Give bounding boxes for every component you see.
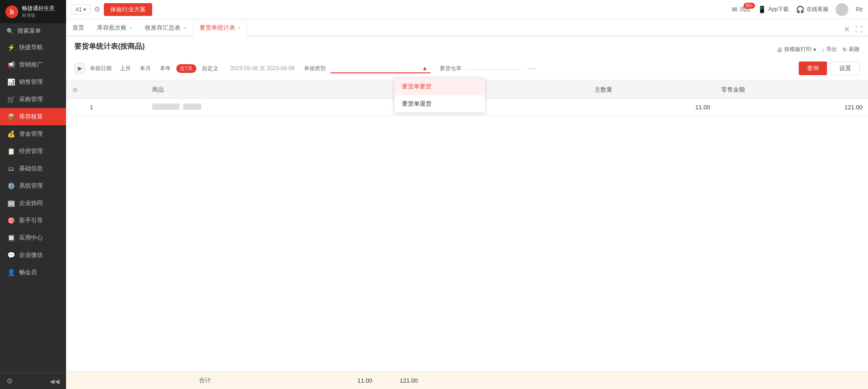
th-row-num [84, 81, 147, 99]
workspace-label: 41 [76, 6, 82, 13]
dropdown-option-yuhuo-tuihuo[interactable]: 要货单退货 [395, 95, 485, 113]
date-btn-current[interactable]: 本月 [136, 63, 154, 74]
workspace-dropdown[interactable]: 41 ▾ [72, 5, 90, 15]
topbar-gear-icon[interactable]: ⚙ [94, 5, 100, 14]
sidebar-item-marketing[interactable]: 📢 营销推广 [0, 56, 66, 73]
setting-button[interactable]: 设置 [831, 61, 860, 75]
main-area: 41 ▾ ⚙ 体验行业方案 ✉ 消息 99+ 📱 App下载 🎧 在线客服 [66, 0, 868, 389]
warehouse-label: 要货仓库 [440, 65, 462, 72]
th-settings: ⚙ [66, 81, 84, 99]
tab-order-summary-close[interactable]: × [238, 25, 241, 31]
date-btn-7days[interactable]: 近7天 [176, 64, 196, 73]
type-label: 单据类型 [304, 65, 326, 72]
purchase-icon: 🛒 [6, 96, 15, 103]
sidebar-item-enterprise[interactable]: 🏢 企业协同 [0, 194, 66, 212]
sidebar-item-finance[interactable]: 💰 资金管理 [0, 125, 66, 143]
query-button[interactable]: 查询 [799, 61, 827, 75]
sidebar-item-wechat[interactable]: 💬 企业微信 [0, 246, 66, 264]
type-dropdown-popup: 要货单要货 要货单退货 [394, 77, 485, 113]
export-icon: ↓ [822, 46, 824, 53]
sidebar-item-basic[interactable]: 🗂 基础信息 [0, 160, 66, 177]
data-table-wrapper: ⚙ 商品 主计量单位 主数量 零售金额 1 块 [66, 81, 868, 371]
message-icon: ✉ [732, 5, 738, 14]
warehouse-select[interactable] [466, 67, 521, 70]
table-footer: 合计 11.00 121.00 [66, 371, 868, 389]
tab-inventory-batch-close[interactable]: × [129, 25, 132, 31]
username-label[interactable]: Rit [856, 6, 863, 13]
tab-home-label: 首页 [72, 24, 84, 32]
filter-expand-btn[interactable]: ▶ [74, 63, 85, 74]
sidebar-item-label: 应用中心 [19, 234, 43, 242]
refresh-btn[interactable]: ↻ 刷新 [842, 46, 860, 53]
footer-quantity: 11.00 [336, 377, 372, 384]
online-service-btn[interactable]: 🎧 在线客服 [796, 5, 828, 14]
footer-label: 合计 [199, 376, 299, 384]
sidebar-item-member[interactable]: 👤 畅会员 [0, 264, 66, 281]
tab-home[interactable]: 首页 [66, 20, 91, 36]
tab-sales-summary-close[interactable]: × [183, 25, 186, 31]
sidebar-item-label: 采购管理 [19, 95, 43, 103]
tab-sales-summary-label: 收发存汇总表 [145, 24, 180, 32]
td-amount: 121.00 [716, 99, 868, 116]
th-goods: 商品 [147, 81, 411, 99]
topbar-right: ✉ 消息 99+ 📱 App下载 🎧 在线客服 Rit [732, 3, 863, 16]
sidebar-item-label: 企业微信 [19, 251, 43, 259]
col-settings-icon[interactable]: ⚙ [72, 87, 78, 93]
type-input[interactable] [333, 65, 422, 72]
sidebar-item-label: 基础信息 [19, 164, 43, 173]
tab-order-summary[interactable]: 要货单统计表 × [193, 20, 247, 36]
print-chevron-icon: ▾ [813, 46, 816, 53]
export-btn[interactable]: ↓ 导出 [822, 46, 837, 53]
close-all-tabs-icon[interactable]: ✕ [842, 23, 852, 36]
type-select-wrap[interactable]: ▲ [330, 64, 431, 73]
td-goods [147, 99, 411, 116]
sidebar-item-apps[interactable]: 🔲 应用中心 [0, 229, 66, 246]
expand-tab-icon[interactable]: ⛶ [853, 24, 864, 36]
tabbar-right-actions: ✕ ⛶ [838, 23, 868, 36]
basic-icon: 🗂 [6, 165, 15, 172]
sidebar-item-guide[interactable]: 🎯 新手引导 [0, 212, 66, 229]
user-avatar[interactable] [836, 3, 848, 16]
tabbar: 首页 库存批次账 × 收发存汇总表 × 要货单统计表 × ✕ ⛶ [66, 19, 868, 36]
sidebar-item-search[interactable]: 🔍 搜索菜单 [0, 23, 66, 39]
tab-inventory-batch[interactable]: 库存批次账 × [91, 20, 139, 36]
print-btn[interactable]: 🖨 按模板打印 ▾ [777, 46, 816, 53]
sidebar-item-inventory[interactable]: 📦 库存核算 [0, 108, 66, 125]
sidebar-item-label: 库存核算 [19, 113, 43, 121]
trial-btn[interactable]: 体验行业方案 [104, 3, 152, 16]
sidebar-item-label: 新手引导 [19, 216, 43, 225]
app-logo-icon: b [5, 5, 18, 18]
sidebar-item-label: 营销推广 [19, 61, 43, 69]
service-label: 在线客服 [806, 5, 828, 13]
app-download-btn[interactable]: 📱 App下载 [758, 5, 789, 14]
sidebar-item-label: 畅会员 [19, 268, 37, 276]
date-btn-year[interactable]: 本年 [156, 63, 175, 74]
refresh-icon: ↻ [842, 46, 847, 53]
footer-amount: 121.00 [381, 377, 418, 384]
sidebar-item-system[interactable]: ⚙️ 系统管理 [0, 177, 66, 194]
sidebar-item-operation[interactable]: 📋 经营管理 [0, 143, 66, 160]
type-chevron-icon[interactable]: ▲ [422, 65, 428, 72]
sidebar-item-label: 系统管理 [19, 182, 43, 190]
filter-more-icon[interactable]: ⋯ [527, 63, 535, 73]
date-btn-prev[interactable]: 上月 [116, 63, 134, 74]
apps-icon: 🔲 [6, 234, 15, 241]
date-btn-custom[interactable]: 自定义 [198, 63, 222, 74]
date-btns-group: 上月 本月 本年 近7天 自定义 [116, 63, 222, 74]
wechat-icon: 💬 [6, 251, 15, 259]
app-download-icon: 📱 [758, 5, 766, 14]
dropdown-option-yuhuo-yinhuo[interactable]: 要货单要货 [395, 78, 485, 95]
messages-badge: 99+ [744, 3, 755, 9]
messages-btn[interactable]: ✉ 消息 99+ [732, 5, 750, 14]
app-download-label: App下载 [768, 5, 789, 13]
sidebar-search-label: 搜索菜单 [17, 27, 41, 35]
sidebar-item-sales[interactable]: 📊 销售管理 [0, 73, 66, 91]
sidebar: b 畅捷通好生意 标准版 🔍 搜索菜单 ⚡ 快捷导航 📢 营销推广 📊 销售管理… [0, 0, 66, 389]
sidebar-item-quick-nav[interactable]: ⚡ 快捷导航 [0, 39, 66, 56]
tab-sales-summary[interactable]: 收发存汇总表 × [139, 20, 192, 36]
page-header: 要货单统计表(按商品) 🖨 按模板打印 ▾ ↓ 导出 ↻ 刷新 [66, 36, 868, 57]
settings-icon[interactable]: ⚙ [6, 377, 13, 385]
collapse-sidebar-icon[interactable]: ◀◀ [50, 378, 60, 385]
th-amount: 零售金额 [716, 81, 868, 99]
sidebar-item-purchase[interactable]: 🛒 采购管理 [0, 91, 66, 108]
